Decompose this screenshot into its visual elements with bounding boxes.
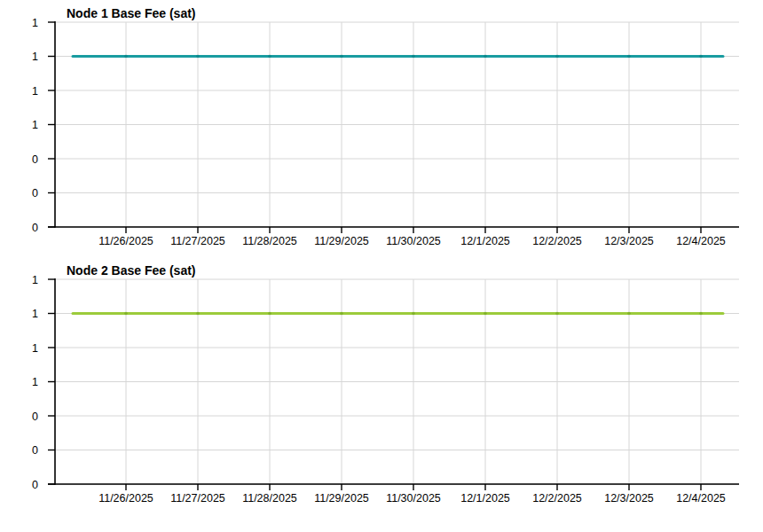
y-tick-label: 0 [32, 411, 38, 423]
data-point-marker [627, 55, 631, 59]
y-tick-label: 1 [32, 119, 38, 131]
node2-chart-canvas: 111100011/26/202511/27/202511/28/202511/… [0, 257, 763, 514]
x-tick-label: 12/3/2025 [604, 492, 654, 505]
node2-chart-title: Node 2 Base Fee (sat) [67, 263, 196, 278]
x-tick-label: 12/4/2025 [676, 235, 726, 247]
x-tick-label: 12/4/2025 [676, 492, 726, 505]
x-tick-label: 11/29/2025 [314, 235, 369, 247]
data-point-marker [555, 55, 559, 59]
x-tick-label: 11/26/2025 [98, 235, 153, 247]
data-point-marker [484, 55, 487, 59]
data-point-marker [412, 312, 415, 316]
x-tick-label: 11/30/2025 [386, 235, 441, 247]
gridlines [55, 22, 739, 227]
y-tick-label: 1 [32, 85, 38, 98]
x-axis-ticks: 11/26/202511/27/202511/28/202511/29/2025… [98, 484, 726, 505]
data-point-marker [699, 55, 703, 59]
x-tick-label: 11/27/2025 [170, 235, 225, 247]
node2-base-fee-chart: 111100011/26/202511/27/202511/28/202511/… [0, 257, 763, 514]
data-point-marker [340, 55, 343, 59]
y-tick-label: 1 [32, 274, 38, 286]
x-tick-label: 11/26/2025 [98, 492, 153, 505]
y-tick-label: 0 [32, 444, 38, 457]
x-tick-label: 12/1/2025 [460, 235, 510, 247]
x-tick-label: 12/1/2025 [460, 492, 510, 505]
data-point-marker [484, 312, 487, 316]
x-tick-label: 12/2/2025 [532, 492, 582, 505]
y-tick-label: 0 [32, 479, 38, 491]
data-point-marker [196, 312, 200, 316]
y-axis-ticks: 1111000 [32, 17, 55, 234]
y-tick-label: 1 [32, 308, 38, 320]
data-point-marker [412, 55, 415, 59]
data-point-marker [268, 312, 271, 316]
y-tick-label: 1 [32, 342, 38, 355]
x-tick-label: 12/2/2025 [532, 235, 582, 247]
data-point-marker [124, 312, 128, 316]
x-axis-ticks: 11/26/202511/27/202511/28/202511/29/2025… [98, 227, 726, 247]
data-point-marker [699, 312, 703, 316]
data-point-marker [196, 55, 200, 59]
y-tick-label: 1 [32, 51, 38, 63]
data-point-marker [268, 55, 271, 59]
y-tick-label: 0 [32, 222, 38, 234]
y-tick-label: 0 [32, 153, 38, 166]
y-tick-label: 0 [32, 187, 38, 200]
y-tick-label: 1 [32, 376, 38, 388]
node1-base-fee-chart: 111100011/26/202511/27/202511/28/202511/… [0, 0, 763, 257]
x-tick-label: 12/3/2025 [604, 235, 654, 247]
x-tick-label: 11/30/2025 [386, 492, 441, 505]
x-tick-label: 11/28/2025 [242, 492, 297, 505]
series-node-2-base-fee [73, 312, 723, 316]
x-tick-label: 11/28/2025 [242, 235, 297, 247]
charts-page: 111100011/26/202511/27/202511/28/202511/… [0, 0, 763, 532]
gridlines [55, 279, 739, 484]
data-point-marker [124, 55, 128, 59]
y-tick-label: 1 [32, 17, 38, 29]
x-tick-label: 11/29/2025 [314, 492, 369, 505]
data-point-marker [340, 312, 343, 316]
node1-chart-title: Node 1 Base Fee (sat) [67, 6, 196, 20]
data-point-marker [555, 312, 559, 316]
x-tick-label: 11/27/2025 [170, 492, 225, 505]
data-point-marker [627, 312, 631, 316]
y-axis-ticks: 1111000 [32, 274, 55, 491]
series-node-1-base-fee [73, 55, 723, 59]
node1-chart-canvas: 111100011/26/202511/27/202511/28/202511/… [0, 0, 763, 257]
